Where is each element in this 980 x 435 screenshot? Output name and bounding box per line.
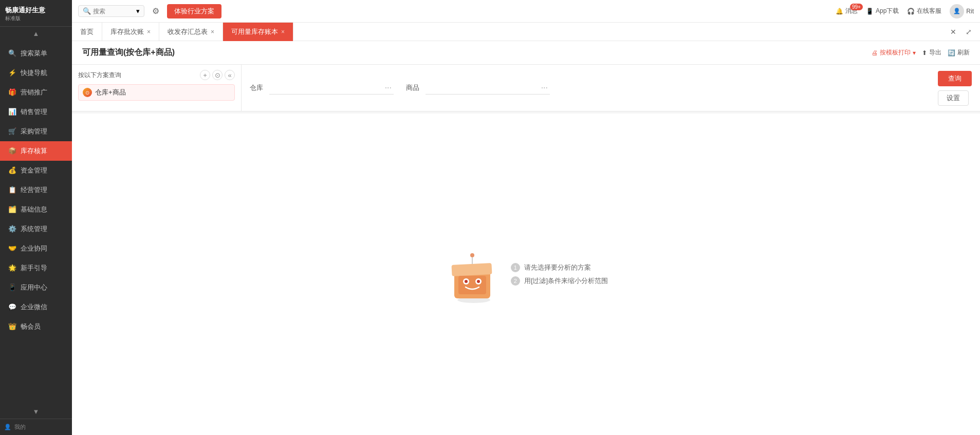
- refresh-button[interactable]: 🔄 刷新: [948, 48, 970, 57]
- hint-text-1: 请先选择要分析的方案: [524, 263, 591, 272]
- gear-icon[interactable]: ⚙: [149, 4, 163, 18]
- print-dropdown-icon[interactable]: ▾: [913, 49, 916, 56]
- warehouse-input[interactable]: [271, 84, 383, 91]
- app-download-button[interactable]: 📱 App下载: [866, 7, 899, 15]
- empty-hint-text: 1 请先选择要分析的方案 2 用[过滤]条件来缩小分析范围: [511, 263, 608, 286]
- sidebar-item-enterprise_collab[interactable]: 🤝企业协同: [0, 239, 72, 258]
- sidebar-item-newcomer_guide[interactable]: 🌟新手引导: [0, 258, 72, 278]
- product-dots-button[interactable]: ···: [541, 83, 548, 92]
- svg-point-6: [465, 280, 468, 283]
- bell-icon: 🔔: [836, 8, 843, 15]
- customer-service-label: 在线客服: [917, 7, 941, 15]
- sidebar-item-ops_mgmt[interactable]: 📋经营管理: [0, 180, 72, 200]
- sidebar-icon-vip_member: 👑: [8, 323, 16, 331]
- sidebar-item-sys_mgmt[interactable]: ⚙️系统管理: [0, 219, 72, 239]
- sidebar-item-search[interactable]: 🔍搜索菜单: [0, 44, 72, 63]
- product-input[interactable]: [428, 84, 539, 91]
- page-header: 可用量查询(按仓库+商品) 🖨 按模板打印 ▾ ⬆ 导出 🔄 刷新: [72, 41, 980, 65]
- tab-available-ledger-label: 可用量库存账本: [231, 27, 278, 36]
- industry-solution-button[interactable]: 体验行业方案: [167, 4, 221, 18]
- filter-add-button[interactable]: +: [200, 70, 210, 80]
- phone-icon: 📱: [866, 8, 874, 15]
- tab-receive-summary-label: 收发存汇总表: [168, 27, 208, 36]
- hint-num-1: 1: [511, 263, 520, 272]
- sidebar-bottom-label: 我的: [14, 423, 26, 431]
- empty-hint-2: 2 用[过滤]条件来缩小分析范围: [511, 276, 608, 286]
- customer-service-button[interactable]: 🎧 在线客服: [907, 7, 941, 15]
- schema-item-icon: ⊙: [83, 88, 92, 97]
- sidebar-icon-newcomer_guide: 🌟: [8, 264, 16, 272]
- sidebar-label-basic_info: 基础信息: [21, 205, 47, 214]
- export-button[interactable]: ⬆ 导出: [922, 48, 941, 57]
- refresh-icon: 🔄: [948, 49, 955, 56]
- tab-receive-summary[interactable]: 收发存汇总表 ×: [159, 23, 223, 41]
- sidebar-logo-subtitle: 标准版: [5, 15, 67, 22]
- user-profile[interactable]: 👤 Rit: [950, 4, 974, 18]
- main-area: 🔍 ▾ ⚙ 体验行业方案 🔔 消息 99+ 📱 App下载 🎧 在线客服 👤: [72, 0, 980, 435]
- warehouse-input-container: ···: [269, 82, 394, 94]
- sidebar-item-marketing_promo[interactable]: 🎁营销推广: [0, 83, 72, 102]
- empty-state: 1 请先选择要分析的方案 2 用[过滤]条件来缩小分析范围: [72, 114, 980, 435]
- tab-home-label: 首页: [80, 27, 94, 36]
- avatar: 👤: [950, 4, 964, 18]
- query-button[interactable]: 查询: [938, 71, 972, 86]
- schema-item-warehouse-product[interactable]: ⊙ 仓库+商品: [78, 84, 235, 101]
- sidebar-item-basic_info[interactable]: 🗂️基础信息: [0, 200, 72, 219]
- tab-available-ledger[interactable]: 可用量库存账本 ×: [223, 23, 293, 41]
- tab-batch-account[interactable]: 库存批次账 ×: [102, 23, 159, 41]
- topbar-right: 🔔 消息 99+ 📱 App下载 🎧 在线客服 👤 Rit: [836, 4, 974, 18]
- tab-expand-button[interactable]: ⤢: [961, 25, 976, 39]
- sidebar-label-enterprise_collab: 企业协同: [21, 244, 47, 253]
- sidebar-icon-sales_mgmt: 📊: [8, 108, 16, 116]
- hint-num-2: 2: [511, 276, 520, 286]
- sidebar-item-inventory[interactable]: 📦库存核算: [0, 141, 72, 161]
- print-template-button[interactable]: 🖨 按模板打印 ▾: [872, 48, 916, 57]
- svg-rect-2: [451, 263, 492, 276]
- content-area: 可用量查询(按仓库+商品) 🖨 按模板打印 ▾ ⬆ 导出 🔄 刷新: [72, 41, 980, 435]
- messages-badge: 99+: [850, 4, 863, 10]
- filter-collapse-button[interactable]: «: [225, 70, 235, 80]
- tab-batch-account-label: 库存批次账: [110, 27, 144, 36]
- tab-close-all-button[interactable]: ✕: [946, 25, 960, 39]
- filter-row-1: 仓库 ··· 商品 ··· 查询: [250, 70, 972, 106]
- product-filter-field: 商品 ···: [406, 82, 550, 94]
- sidebar-scroll-up[interactable]: ▲: [0, 27, 72, 41]
- refresh-label: 刷新: [957, 48, 970, 57]
- schema-item-label: 仓库+商品: [95, 88, 126, 97]
- sidebar-item-app_center[interactable]: 📱应用中心: [0, 278, 72, 297]
- sidebar-bottom[interactable]: 👤 我的: [0, 419, 72, 435]
- empty-robot-svg: [444, 249, 501, 305]
- schema-icon: ⊙: [85, 90, 89, 96]
- sidebar-item-vip_member[interactable]: 👑畅会员: [0, 317, 72, 336]
- sidebar-item-sales_mgmt[interactable]: 📊销售管理: [0, 102, 72, 122]
- print-label: 按模板打印: [880, 48, 911, 57]
- filter-section-title: 按以下方案查询: [78, 71, 121, 80]
- sidebar-item-finance_mgmt[interactable]: 💰资金管理: [0, 161, 72, 180]
- sidebar-item-purchase_mgmt[interactable]: 🛒采购管理: [0, 122, 72, 141]
- tab-receive-summary-close[interactable]: ×: [211, 28, 214, 35]
- sidebar-item-shortcuts[interactable]: ⚡快捷导航: [0, 63, 72, 83]
- warehouse-dots-button[interactable]: ···: [385, 83, 392, 92]
- tab-batch-account-close[interactable]: ×: [147, 28, 151, 35]
- sidebar-icon-app_center: 📱: [8, 283, 16, 292]
- sidebar-label-newcomer_guide: 新手引导: [21, 263, 47, 273]
- search-input[interactable]: [93, 8, 134, 15]
- topbar: 🔍 ▾ ⚙ 体验行业方案 🔔 消息 99+ 📱 App下载 🎧 在线客服 👤: [72, 0, 980, 23]
- tab-home[interactable]: 首页: [72, 23, 102, 41]
- filter-left-icons: + ⊙ «: [200, 70, 235, 80]
- warehouse-filter-field: 仓库 ···: [250, 82, 394, 94]
- sidebar-label-vip_member: 畅会员: [21, 322, 41, 331]
- sidebar-scroll-down[interactable]: ▼: [0, 405, 72, 419]
- tab-available-ledger-close[interactable]: ×: [281, 28, 285, 35]
- sidebar-label-search: 搜索菜单: [21, 49, 47, 58]
- topbar-search-box[interactable]: 🔍 ▾: [78, 5, 144, 17]
- filter-settings-button[interactable]: ⊙: [212, 70, 223, 80]
- dropdown-icon[interactable]: ▾: [136, 7, 140, 15]
- search-icon: 🔍: [83, 7, 91, 15]
- messages-button[interactable]: 🔔 消息 99+: [836, 7, 858, 15]
- sidebar-label-ops_mgmt: 经营管理: [21, 185, 47, 195]
- sidebar-label-inventory: 库存核算: [21, 146, 47, 156]
- sidebar-item-enterprise_wechat[interactable]: 💬企业微信: [0, 297, 72, 317]
- settings-button[interactable]: 设置: [938, 90, 969, 106]
- sidebar-label-finance_mgmt: 资金管理: [21, 166, 47, 175]
